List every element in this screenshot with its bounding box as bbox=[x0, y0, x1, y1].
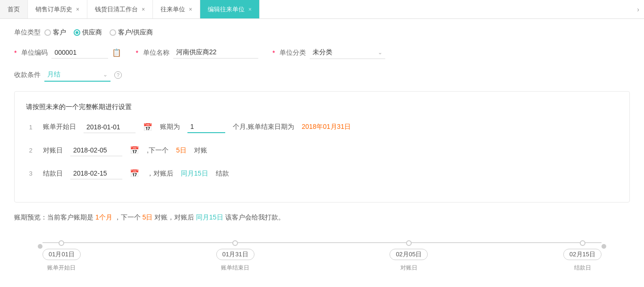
tab-edit-contact[interactable]: 编辑往来单位 × bbox=[200, 0, 260, 18]
tab-sales-history-close[interactable]: × bbox=[76, 6, 79, 13]
preview-part3: 同月15日 bbox=[196, 213, 223, 221]
preview-part2: 5日 bbox=[142, 213, 153, 221]
tab-sales-history[interactable]: 销售订单历史 × bbox=[28, 0, 87, 18]
radio-customer-supplier-circle bbox=[110, 29, 116, 36]
card-title: 请按照未来的一个完整帐期进行设置 bbox=[26, 103, 618, 111]
payment-terms-label: 收款条件 bbox=[14, 71, 41, 79]
reconcile-calendar-icon[interactable]: 📅 bbox=[130, 146, 139, 155]
timeline-label-2: 账单结束日 bbox=[221, 264, 249, 272]
timeline: 01月01日 账单开始日 01月31日 账单结束日 02月05日 对账日 02月… bbox=[14, 236, 630, 286]
preview-section: 账期预览：当前客户账期是 1个月 ，下一个 5日 对账，对账后 同月15日 该客… bbox=[14, 212, 630, 222]
payment-terms-group: 收款条件 月结 ⌄ ? bbox=[14, 68, 122, 82]
period-value-input[interactable] bbox=[187, 121, 225, 133]
timeline-badge-1: 01月01日 bbox=[42, 249, 81, 260]
timeline-label-4: 结款日 bbox=[574, 264, 591, 272]
timeline-dot-2 bbox=[232, 240, 238, 246]
tab-contacts[interactable]: 往来单位 × bbox=[153, 0, 200, 18]
unit-category-select[interactable]: 未分类 ⌄ bbox=[310, 46, 385, 59]
payment-terms-value: 月结 bbox=[47, 70, 100, 79]
tab-contacts-label: 往来单位 bbox=[161, 5, 185, 14]
tab-cashflow-label: 钱货日清工作台 bbox=[95, 5, 138, 14]
period-label: 账期为 bbox=[160, 123, 180, 131]
payment-terms-arrow-icon: ⌄ bbox=[103, 71, 108, 78]
reconcile-label: 对账日 bbox=[43, 146, 63, 155]
preview-prefix: 账期预览：当前客户账期是 bbox=[14, 213, 93, 221]
radio-supplier[interactable]: 供应商 bbox=[74, 28, 102, 37]
unit-code-label: 单位编码 bbox=[21, 49, 48, 57]
radio-supplier-circle bbox=[74, 29, 80, 36]
tab-more-button[interactable]: › bbox=[632, 0, 644, 18]
preview-middle1: ，下一个 bbox=[114, 213, 141, 221]
bill-start-date-input[interactable] bbox=[84, 121, 136, 133]
unit-category-group: * 单位分类 未分类 ⌄ bbox=[272, 46, 385, 59]
payment-terms-row: 收款条件 月结 ⌄ ? bbox=[14, 68, 630, 82]
unit-details-row: * 单位编码 📋 * 单位名称 * 单位分类 未分类 ⌄ bbox=[14, 46, 630, 59]
unit-type-label: 单位类型 bbox=[14, 28, 41, 37]
period-unit-text: 个月,账单结束日期为 bbox=[233, 123, 294, 131]
tab-cashflow-close[interactable]: × bbox=[142, 6, 145, 13]
tab-cashflow[interactable]: 钱货日清工作台 × bbox=[87, 0, 153, 18]
reconcile-suffix-prefix: ,下一个 bbox=[147, 146, 169, 155]
timeline-point-4: 02月15日 结款日 bbox=[563, 240, 602, 272]
setting-num-1: 1 bbox=[26, 124, 35, 131]
timeline-dot-4 bbox=[580, 240, 585, 246]
timeline-point-1: 01月01日 账单开始日 bbox=[42, 240, 81, 272]
radio-customer-supplier[interactable]: 客户/供应商 bbox=[110, 28, 153, 37]
radio-customer-supplier-label: 客户/供应商 bbox=[118, 28, 153, 37]
timeline-label-1: 账单开始日 bbox=[47, 264, 76, 272]
payment-suffix-prefix: ，对账后 bbox=[147, 169, 173, 178]
timeline-right-end-dot bbox=[602, 244, 606, 249]
timeline-badge-3: 02月05日 bbox=[390, 249, 428, 260]
unit-code-copy-icon[interactable]: 📋 bbox=[112, 48, 121, 57]
payment-suffix-text: 结款 bbox=[216, 169, 229, 178]
reconcile-suffix-text: 对账 bbox=[194, 146, 207, 155]
unit-category-star: * bbox=[272, 49, 275, 57]
radio-customer[interactable]: 客户 bbox=[44, 28, 66, 37]
tab-edit-contact-label: 编辑往来单位 bbox=[208, 5, 245, 14]
timeline-left-end-dot bbox=[38, 244, 42, 249]
setting-row-1: 1 账单开始日 📅 账期为 个月,账单结束日期为 2018年01月31日 bbox=[26, 121, 618, 133]
payment-suffix-day: 同月15日 bbox=[181, 169, 208, 178]
payment-terms-select[interactable]: 月结 ⌄ bbox=[44, 68, 110, 82]
tab-bar: 首页 销售订单历史 × 钱货日清工作台 × 往来单位 × 编辑往来单位 × › bbox=[0, 0, 644, 19]
setting-row-2: 2 对账日 📅 ,下一个 5日 对账 bbox=[26, 144, 618, 156]
unit-name-input[interactable] bbox=[173, 47, 258, 59]
preview-part1: 1个月 bbox=[95, 213, 112, 221]
tab-sales-history-label: 销售订单历史 bbox=[35, 5, 72, 14]
reconcile-date-input[interactable] bbox=[70, 144, 122, 156]
payment-calendar-icon[interactable]: 📅 bbox=[130, 169, 139, 178]
unit-category-label: 单位分类 bbox=[280, 49, 306, 57]
tab-home[interactable]: 首页 bbox=[0, 0, 28, 18]
tab-edit-contact-close[interactable]: × bbox=[248, 6, 252, 13]
unit-category-arrow-icon: ⌄ bbox=[378, 49, 382, 56]
unit-name-star: * bbox=[136, 49, 138, 57]
payment-date-input[interactable] bbox=[70, 168, 122, 179]
unit-type-radio-group: 客户 供应商 客户/供应商 bbox=[44, 28, 153, 37]
bill-start-label: 账单开始日 bbox=[43, 123, 76, 131]
timeline-badge-4: 02月15日 bbox=[563, 249, 602, 260]
period-end-date: 2018年01月31日 bbox=[302, 123, 351, 131]
unit-name-label: 单位名称 bbox=[143, 49, 169, 57]
unit-type-row: 单位类型 客户 供应商 客户/供应商 bbox=[14, 28, 630, 37]
bill-start-calendar-icon[interactable]: 📅 bbox=[143, 123, 153, 132]
timeline-point-3: 02月05日 对账日 bbox=[390, 240, 428, 272]
period-settings-card: 请按照未来的一个完整帐期进行设置 1 账单开始日 📅 账期为 个月,账单结束日期… bbox=[14, 91, 630, 203]
reconcile-suffix-day: 5日 bbox=[176, 146, 186, 155]
radio-supplier-label: 供应商 bbox=[82, 28, 102, 37]
help-icon[interactable]: ? bbox=[114, 71, 122, 79]
timeline-label-3: 对账日 bbox=[400, 264, 417, 272]
tab-contacts-close[interactable]: × bbox=[189, 6, 192, 13]
unit-code-input[interactable] bbox=[51, 47, 108, 59]
timeline-dot-1 bbox=[59, 240, 64, 246]
payment-date-label: 结款日 bbox=[43, 169, 63, 178]
timeline-dot-3 bbox=[406, 240, 412, 246]
unit-name-group: * 单位名称 bbox=[136, 47, 258, 59]
setting-num-3: 3 bbox=[26, 170, 35, 177]
preview-middle2: 对账，对账后 bbox=[154, 213, 194, 221]
unit-code-group: * 单位编码 📋 bbox=[14, 47, 121, 59]
timeline-badge-2: 01月31日 bbox=[216, 249, 254, 260]
timeline-point-2: 01月31日 账单结束日 bbox=[216, 240, 254, 272]
preview-suffix: 该客户会给我打款。 bbox=[225, 213, 285, 221]
unit-type-group: 单位类型 客户 供应商 客户/供应商 bbox=[14, 28, 153, 37]
radio-customer-circle bbox=[44, 29, 51, 36]
